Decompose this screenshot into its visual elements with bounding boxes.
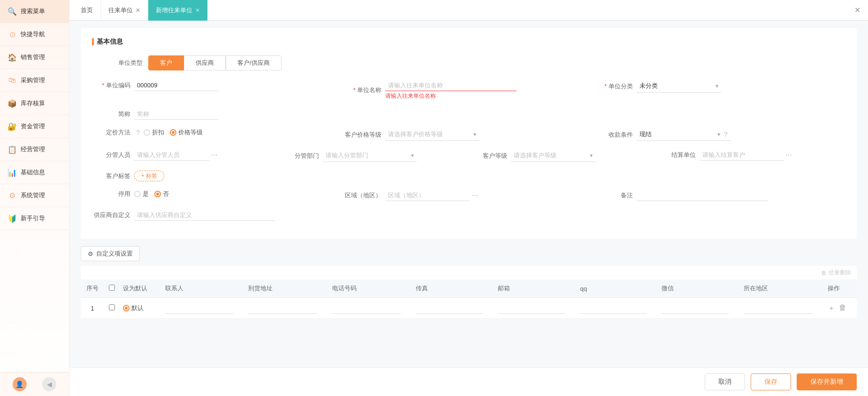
row-wechat-input[interactable]	[662, 303, 729, 314]
pricing-help-icon[interactable]: ?	[136, 129, 140, 136]
customer-level-arrow: ▾	[590, 152, 593, 159]
settlement-dots-btn[interactable]: ···	[784, 151, 794, 159]
disabled-radio-no[interactable]: 否	[154, 190, 169, 198]
pricing-radio-discount[interactable]: 折扣	[144, 128, 164, 137]
cancel-button[interactable]: 取消	[705, 373, 745, 390]
row-default-radio[interactable]: 默认	[123, 304, 158, 312]
manager-dots-btn[interactable]: ···	[209, 151, 219, 159]
sidebar-item-quick-nav[interactable]: ⊙ 快捷导航	[0, 23, 69, 46]
row-default-circle	[123, 305, 129, 311]
unit-name-input[interactable]	[385, 80, 517, 91]
row-qq-input[interactable]	[580, 303, 647, 314]
row-phone-input[interactable]	[332, 303, 401, 314]
sidebar-item-sales[interactable]: 🏠 销售管理	[0, 46, 69, 69]
payment-terms-value: 现结	[640, 130, 716, 139]
tab-home-label: 首页	[81, 6, 93, 15]
department-select[interactable]: 请输入分管部门 ▾	[323, 149, 417, 162]
home-icon: ⊙	[8, 30, 17, 39]
region-input[interactable]	[385, 190, 470, 201]
save-button[interactable]: 保存	[751, 373, 791, 390]
td-wechat	[658, 298, 740, 319]
pricing-radio-group: 折扣 价格等级	[144, 128, 203, 137]
inventory-icon: 📦	[8, 99, 17, 108]
th-email: 邮箱	[494, 280, 576, 298]
row-region-input[interactable]	[744, 303, 812, 314]
row-email-input[interactable]	[498, 303, 565, 314]
tabs-bar-close-btn[interactable]: ✕	[851, 6, 864, 15]
table-toolbar: 🗑 批量删除	[81, 266, 857, 280]
type-btn-both[interactable]: 客户/供应商	[226, 55, 282, 70]
save-new-button[interactable]: 保存并新增	[797, 373, 857, 390]
td-checkbox	[104, 298, 119, 319]
remarks-label: 备注	[594, 191, 637, 200]
tab-partner-label: 往来单位	[108, 6, 133, 15]
sidebar-item-finance[interactable]: 🔐 资金管理	[0, 115, 69, 138]
purchase-icon: 🛍	[8, 76, 17, 85]
payment-terms-select[interactable]: 现结 ▾ ?	[637, 128, 731, 141]
customer-price-level-select[interactable]: 请选择客户价格等级 ▾	[385, 128, 479, 141]
department-label: 分管部门	[281, 152, 323, 160]
department-placeholder: 请输入分管部门	[326, 151, 409, 160]
pricing-level-circle	[170, 129, 176, 136]
payment-terms-help[interactable]: ?	[724, 131, 728, 138]
select-all-checkbox[interactable]	[109, 285, 115, 291]
remarks-input[interactable]	[637, 190, 768, 201]
custom-settings-label: 自定义项设置	[96, 249, 133, 258]
unit-code-input[interactable]	[134, 80, 219, 91]
customer-level-placeholder: 请选择客户等级	[514, 151, 588, 160]
sidebar-item-search[interactable]: 🔍 搜索菜单	[0, 0, 69, 23]
th-default: 设为默认	[119, 280, 161, 298]
disabled-radio-yes[interactable]: 是	[134, 190, 149, 198]
custom-settings-button[interactable]: ⚙ 自定义项设置	[81, 246, 140, 261]
finance-icon: 🔐	[8, 122, 17, 131]
field-supplier-custom: 供应商自定义	[92, 210, 845, 221]
sidebar-item-inventory[interactable]: 📦 库存核算	[0, 92, 69, 115]
sidebar-item-operations[interactable]: 📋 经营管理	[0, 138, 69, 161]
tab-new-partner-close[interactable]: ✕	[195, 7, 200, 14]
form-row-6: 停用 是 否 区域（地区） ···	[92, 190, 845, 201]
row-contact-input[interactable]	[165, 303, 233, 314]
field-unit-category: 单位分类 未分类 ▾	[594, 80, 845, 93]
row-address-input[interactable]	[248, 303, 317, 314]
tag-add-button[interactable]: + 标签	[134, 171, 164, 181]
disabled-yes-circle	[134, 191, 141, 197]
disabled-label: 停用	[92, 190, 134, 198]
sidebar-user-btn[interactable]: 👤	[13, 377, 27, 391]
section-title-text: 基本信息	[97, 38, 123, 46]
sidebar-item-basic-info[interactable]: 📊 基础信息	[0, 161, 69, 184]
manager-input[interactable]	[134, 149, 209, 161]
unit-category-select[interactable]: 未分类 ▾	[637, 80, 721, 93]
tab-partner[interactable]: 往来单位 ✕	[101, 0, 148, 21]
tab-home[interactable]: 首页	[73, 0, 101, 21]
tab-partner-close[interactable]: ✕	[136, 7, 140, 14]
field-manager: 分管人员 ···	[92, 149, 281, 161]
sidebar-item-label: 搜索菜单	[21, 7, 45, 16]
sidebar-expand-btn[interactable]: ◀	[42, 377, 56, 391]
row-checkbox[interactable]	[109, 304, 115, 311]
pricing-radio-level[interactable]: 价格等级	[170, 128, 203, 137]
row-add-btn[interactable]: ＋	[828, 303, 835, 313]
type-btn-customer[interactable]: 客户	[148, 55, 184, 70]
disabled-no-circle	[154, 191, 161, 197]
batch-delete-btn[interactable]: 🗑 批量删除	[821, 269, 851, 277]
sales-icon: 🏠	[8, 53, 17, 62]
type-btn-supplier[interactable]: 供应商	[184, 55, 226, 70]
customer-level-select[interactable]: 请选择客户等级 ▾	[511, 149, 595, 162]
payment-terms-label: 收款条件	[594, 131, 637, 139]
form-row-4: 分管人员 ··· 分管部门 请输入分管部门 ▾ 客户等级 请选择客户等级 ▾	[92, 149, 845, 162]
sidebar-item-beginner[interactable]: 🔰 新手引导	[0, 207, 69, 230]
region-dots-btn[interactable]: ···	[470, 191, 480, 200]
settlement-input[interactable]	[700, 149, 784, 161]
sidebar-item-system[interactable]: ⚙ 系统管理	[0, 184, 69, 207]
customer-price-level-label: 客户价格等级	[343, 131, 385, 139]
tab-new-partner[interactable]: 新增往来单位 ✕	[148, 0, 208, 21]
sidebar-item-purchase[interactable]: 🛍 采购管理	[0, 69, 69, 92]
supplier-custom-input[interactable]	[134, 210, 275, 221]
abbreviation-input[interactable]	[134, 109, 219, 120]
row-fax-input[interactable]	[416, 303, 483, 314]
row-delete-btn[interactable]: 🗑	[839, 303, 846, 313]
unit-category-arrow: ▾	[716, 83, 718, 89]
th-region: 所在地区	[740, 280, 824, 298]
field-pricing: 定价方法 ? 折扣 价格等级	[92, 128, 343, 137]
unit-code-label: 单位编码	[92, 81, 134, 90]
